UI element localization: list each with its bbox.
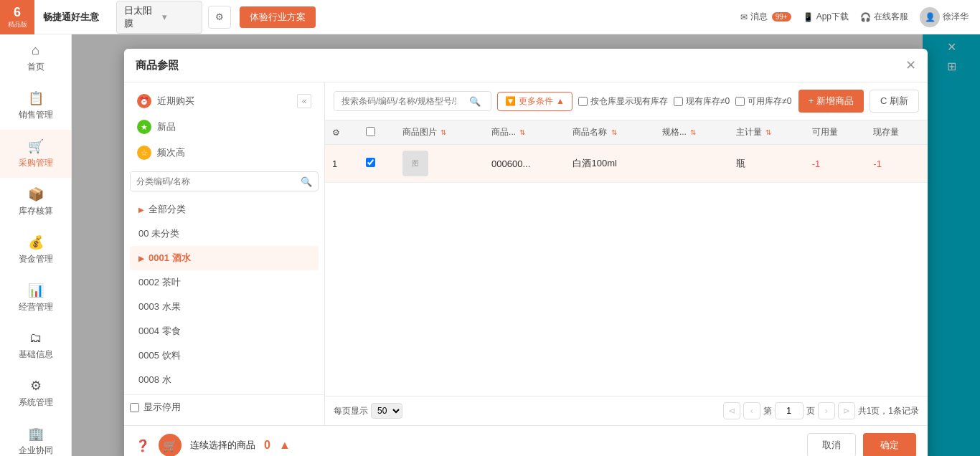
cart-button[interactable]: 🛒 [159,434,182,456]
category-search-icon[interactable]: 🔍 [295,174,318,190]
sidebar-item-basic[interactable]: 🗂 基础信息 [0,322,71,369]
category-item-0003[interactable]: 0003 水果 [130,295,319,319]
category-item-0002[interactable]: 0002 茶叶 [130,270,319,295]
filter-tab-recent[interactable]: ⏰ 近期购买 « [130,88,319,114]
headset-icon: 🎧 [860,12,871,22]
frequent-icon: ☆ [137,146,151,160]
category-item-0001[interactable]: ▶ 0001 酒水 [130,246,319,270]
sidebar-item-operations-label: 经营管理 [19,301,53,313]
sidebar-item-finance-label: 资金管理 [19,253,53,265]
sidebar-item-inventory[interactable]: 📦 库存核算 [0,178,71,226]
nav-right: ✉ 消息 99+ 📱 App下载 🎧 在线客服 👤 徐泽华 [740,7,969,27]
enterprise-icon: 🏢 [28,426,44,442]
total-info: 共1页，1条记录 [858,405,919,417]
modal-body: ⏰ 近期购买 « ★ 新品 ☆ 频次高 [124,82,928,425]
row-checkbox[interactable] [359,145,395,183]
prev-page-button[interactable]: ‹ [743,402,760,419]
confirm-button[interactable]: 确定 [863,433,916,456]
help-icon[interactable]: ❓ [136,439,150,452]
sidebar-item-home[interactable]: ⌂ 首页 [0,34,71,82]
content-area: 查询 设置 ✕ ⊞ 商品参照 ✕ [72,34,980,456]
table-body: 1 图 000600... 白酒100ml 瓶 [325,145,928,183]
sidebar-item-enterprise[interactable]: 🏢 企业协同 [0,417,71,456]
page-controls: ⊲ ‹ 第 页 › ⊳ 共1页，1条记录 [723,402,919,419]
modal-close-button[interactable]: ✕ [905,57,916,73]
consecutive-label: 连续选择的商品 [190,439,255,452]
refresh-button[interactable]: C 刷新 [870,90,919,113]
show-disabled-option: 显示停用 [124,394,324,419]
row-image: 图 [395,145,484,183]
available-stock-checkbox[interactable] [735,97,745,106]
category-item-all[interactable]: ▶ 全部分类 [130,197,319,222]
user-menu-button[interactable]: 👤 徐泽华 [920,7,969,27]
warehouse-stock-checkbox[interactable] [578,97,588,106]
col-spec-label: 规格... [662,127,687,137]
row-code: 000600... [484,145,565,183]
experience-button[interactable]: 体验行业方案 [240,6,316,28]
row-spec [655,145,729,183]
col-stock: 现存量 [866,120,928,145]
sidebar-item-system[interactable]: ⚙ 系统管理 [0,369,71,417]
sidebar-item-operations[interactable]: 📊 经营管理 [0,274,71,322]
product-search-input[interactable] [334,92,463,110]
product-search-icon[interactable]: 🔍 [463,93,486,110]
finance-icon: 💰 [28,234,44,250]
col-code-label: 商品... [491,127,516,137]
category-item-0005[interactable]: 0005 饮料 [130,343,319,368]
more-filter-button[interactable]: 🔽 更多条件 ▲ [497,92,573,111]
per-page-label: 每页显示 [334,405,368,417]
col-settings[interactable]: ⚙ [325,120,359,145]
table-row[interactable]: 1 图 000600... 白酒100ml 瓶 [325,145,928,183]
warehouse-stock-label[interactable]: 按仓库显示现有库存 [590,95,668,108]
filter-tab-frequent[interactable]: ☆ 频次高 [130,140,319,166]
category-item-0004[interactable]: 0004 零食 [130,319,319,343]
messages-button[interactable]: ✉ 消息 99+ [740,11,791,23]
col-unit[interactable]: 主计量 ⇅ [729,120,805,145]
online-service-button[interactable]: 🎧 在线客服 [860,11,908,23]
cancel-button[interactable]: 取消 [807,433,856,456]
sidebar-item-purchase[interactable]: 🛒 采购管理 [0,130,71,178]
col-image-label: 商品图片 [402,127,437,137]
last-page-button[interactable]: ⊳ [838,402,855,419]
collapse-filter-icon[interactable]: « [297,94,311,108]
sidebar-item-enterprise-label: 企业协同 [19,445,53,456]
category-item-00[interactable]: 00 未分类 [130,222,319,246]
chevron-down-icon: ▾ [162,11,194,22]
category-search-input[interactable] [131,172,295,191]
col-spec[interactable]: 规格... ⇅ [655,120,729,145]
main-layout: ⌂ 首页 📋 销售管理 🛒 采购管理 📦 库存核算 💰 资金管理 📊 经营管理 … [0,34,980,456]
first-page-button[interactable]: ⊲ [723,402,740,419]
add-product-button[interactable]: + 新增商品 [798,90,864,113]
row-index: 1 [325,145,359,183]
per-page-select[interactable]: 50 [371,403,402,419]
current-stock-checkbox[interactable] [674,97,683,106]
sidebar-item-sales[interactable]: 📋 销售管理 [0,82,71,130]
collapse-footer-icon[interactable]: ▲ [279,439,291,452]
filter-icon: 🔽 [505,96,516,106]
select-all-checkbox[interactable] [366,127,375,136]
avatar: 👤 [920,7,940,27]
col-name[interactable]: 商品名称 ⇅ [565,120,654,145]
app-download-button[interactable]: 📱 App下载 [803,11,849,23]
expand-icon: ▶ [138,206,144,214]
available-stock-label[interactable]: 可用库存≠0 [748,95,791,108]
col-code[interactable]: 商品... ⇅ [484,120,565,145]
sidebar-item-finance[interactable]: 💰 资金管理 [0,226,71,274]
pagination: 每页显示 50 ⊲ ‹ 第 页 › [325,396,928,425]
show-disabled-label[interactable]: 显示停用 [143,401,181,414]
show-disabled-checkbox[interactable] [130,403,139,412]
company-selector[interactable]: 日太阳膜 ▾ [116,1,202,34]
current-stock-label[interactable]: 现有库存≠0 [686,95,730,108]
right-content: 🔍 🔽 更多条件 ▲ 按仓库显示现有库存 [325,82,928,425]
new-icon: ★ [137,120,151,134]
logo-icon: 6 [14,5,21,20]
warehouse-stock-filter: 按仓库显示现有库存 [578,95,668,108]
col-image[interactable]: 商品图片 ⇅ [395,120,484,145]
next-page-button[interactable]: › [818,402,835,419]
category-item-0008[interactable]: 0008 水 [130,368,319,392]
chevron-up-icon: ▲ [556,96,565,106]
col-checkbox [359,120,395,145]
filter-tab-new[interactable]: ★ 新品 [130,114,319,140]
settings-icon[interactable]: ⚙ [208,6,231,29]
page-number-input[interactable] [775,402,804,419]
